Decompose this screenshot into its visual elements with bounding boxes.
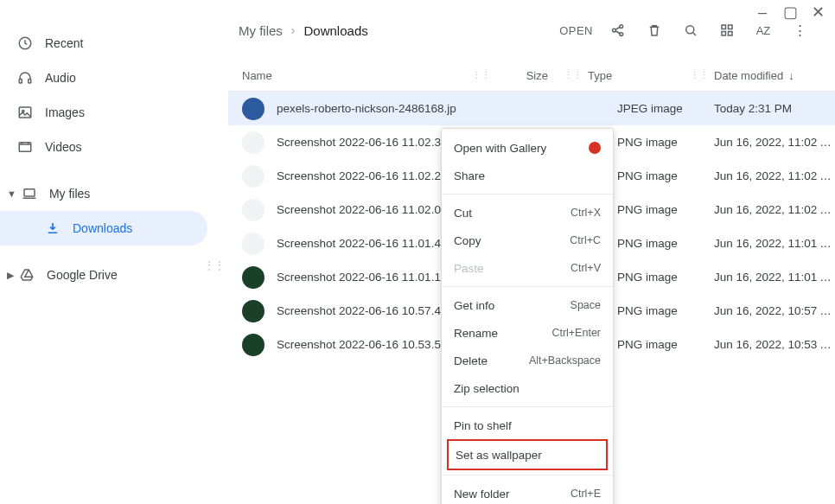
svg-rect-11 bbox=[722, 25, 726, 29]
breadcrumb-root[interactable]: My files bbox=[239, 23, 283, 38]
svg-rect-12 bbox=[729, 25, 733, 29]
context-menu: Open with Gallery Share CutCtrl+X CopyCt… bbox=[441, 128, 614, 504]
menu-separator bbox=[442, 286, 613, 287]
file-type: PNG image bbox=[617, 136, 714, 149]
file-type: PNG image bbox=[617, 203, 714, 216]
file-date: Jun 16, 2022, 11:02 A... bbox=[714, 136, 835, 149]
menu-open-gallery[interactable]: Open with Gallery bbox=[442, 134, 613, 162]
file-thumb-icon bbox=[242, 334, 265, 356]
share-icon[interactable] bbox=[600, 12, 636, 48]
svg-point-10 bbox=[686, 26, 694, 34]
column-grip-icon[interactable]: ⋮⋮ bbox=[467, 70, 496, 81]
video-icon bbox=[17, 139, 45, 155]
file-date: Jun 16, 2022, 10:57 A... bbox=[714, 304, 835, 317]
delete-icon[interactable] bbox=[636, 12, 672, 48]
sidebar-item-gdrive[interactable]: ▶ Google Drive bbox=[0, 258, 207, 292]
download-icon bbox=[45, 220, 73, 236]
menu-cut[interactable]: CutCtrl+X bbox=[442, 199, 613, 226]
search-icon[interactable] bbox=[672, 12, 709, 48]
chevron-right-icon: › bbox=[291, 23, 296, 37]
file-thumb-icon bbox=[242, 300, 265, 322]
file-thumb-icon bbox=[242, 98, 265, 120]
col-date[interactable]: Date modified bbox=[714, 69, 783, 82]
menu-separator bbox=[442, 194, 613, 195]
menu-separator bbox=[442, 475, 613, 475]
sidebar-label: Audio bbox=[45, 71, 76, 85]
sidebar-label: Videos bbox=[45, 140, 82, 154]
file-row[interactable]: pexels-roberto-nickson-2486168.jpJPEG im… bbox=[228, 92, 835, 125]
file-type: PNG image bbox=[617, 304, 714, 317]
col-name[interactable]: Name bbox=[242, 69, 272, 82]
col-size[interactable]: Size bbox=[526, 69, 548, 82]
svg-rect-13 bbox=[722, 32, 726, 36]
sidebar-label: Downloads bbox=[73, 221, 132, 235]
svg-rect-1 bbox=[19, 80, 22, 84]
laptop-icon bbox=[22, 186, 49, 201]
sidebar-item-audio[interactable]: Audio bbox=[0, 61, 207, 95]
col-type[interactable]: Type bbox=[588, 69, 612, 82]
file-date: Jun 16, 2022, 11:01 A... bbox=[714, 271, 835, 284]
svg-rect-14 bbox=[729, 32, 733, 36]
sidebar-item-downloads[interactable]: Downloads bbox=[0, 211, 207, 246]
file-date: Jun 16, 2022, 10:53 A... bbox=[714, 338, 835, 351]
arrow-down-icon: ↓ bbox=[788, 69, 794, 82]
sidebar-label: My files bbox=[49, 187, 90, 201]
menu-delete[interactable]: DeleteAlt+Backspace bbox=[442, 347, 613, 374]
sidebar-item-images[interactable]: Images bbox=[0, 95, 207, 130]
headphones-icon bbox=[17, 70, 45, 86]
highlight-box: Set as wallpaper bbox=[447, 439, 608, 470]
menu-set-wallpaper[interactable]: Set as wallpaper bbox=[449, 441, 606, 469]
sidebar-label: Recent bbox=[45, 36, 83, 50]
sidebar-item-videos[interactable]: Videos bbox=[0, 130, 207, 164]
file-type: PNG image bbox=[617, 338, 714, 351]
file-type: PNG image bbox=[617, 169, 714, 182]
menu-zip[interactable]: Zip selection bbox=[442, 374, 613, 402]
menu-copy[interactable]: CopyCtrl+C bbox=[442, 226, 613, 254]
menu-rename[interactable]: RenameCtrl+Enter bbox=[442, 319, 613, 347]
file-type: PNG image bbox=[617, 237, 714, 250]
image-icon bbox=[17, 105, 45, 120]
chevron-right-icon[interactable]: ▶ bbox=[7, 270, 14, 281]
file-thumb-icon bbox=[242, 199, 265, 221]
file-date: Jun 16, 2022, 11:02 A... bbox=[714, 203, 835, 216]
svg-rect-2 bbox=[29, 80, 31, 84]
sidebar: Recent Audio Images Videos ▼ My files Do… bbox=[0, 0, 216, 504]
file-type: PNG image bbox=[617, 271, 714, 284]
sidebar-label: Google Drive bbox=[47, 268, 118, 282]
resize-grip-icon[interactable]: ⋮⋮ bbox=[204, 259, 225, 271]
more-icon[interactable]: ⋮ bbox=[781, 12, 818, 48]
breadcrumb-current[interactable]: Downloads bbox=[304, 23, 368, 38]
menu-newfolder[interactable]: New folderCtrl+E bbox=[442, 480, 613, 504]
file-thumb-icon bbox=[242, 165, 265, 188]
column-grip-icon[interactable]: ⋮⋮ bbox=[558, 70, 588, 81]
grid-view-icon[interactable] bbox=[709, 12, 745, 48]
file-date: Jun 16, 2022, 11:02 A... bbox=[714, 169, 835, 182]
clock-icon bbox=[17, 35, 45, 51]
sidebar-item-recent[interactable]: Recent bbox=[0, 26, 207, 61]
header: My files › Downloads OPEN AZ ⋮ bbox=[228, 0, 835, 61]
open-button[interactable]: OPEN bbox=[559, 24, 593, 37]
sort-icon[interactable]: AZ bbox=[745, 12, 781, 48]
menu-getinfo[interactable]: Get infoSpace bbox=[442, 291, 613, 319]
drive-icon bbox=[19, 267, 47, 283]
file-date: Jun 16, 2022, 11:01 A... bbox=[714, 237, 835, 250]
menu-pin[interactable]: Pin to shelf bbox=[442, 411, 613, 439]
menu-separator bbox=[442, 406, 613, 407]
column-grip-icon[interactable]: ⋮⋮ bbox=[685, 70, 714, 81]
file-thumb-icon bbox=[242, 266, 265, 289]
sidebar-item-myfiles[interactable]: ▼ My files bbox=[0, 176, 207, 211]
new-badge-icon bbox=[589, 142, 601, 154]
menu-paste: PasteCtrl+V bbox=[442, 254, 613, 282]
chevron-down-icon[interactable]: ▼ bbox=[7, 188, 16, 199]
file-thumb-icon bbox=[242, 233, 265, 255]
file-name: pexels-roberto-nickson-2486168.jp bbox=[277, 102, 555, 115]
table-header: Name ⋮⋮ Size ⋮⋮ Type ⋮⋮ Date modified↓ bbox=[228, 61, 835, 92]
svg-rect-6 bbox=[24, 189, 35, 196]
file-type: JPEG image bbox=[617, 102, 714, 115]
sidebar-label: Images bbox=[45, 105, 85, 119]
menu-share[interactable]: Share bbox=[442, 162, 613, 189]
file-thumb-icon bbox=[242, 131, 265, 154]
file-date: Today 2:31 PM bbox=[714, 102, 835, 115]
